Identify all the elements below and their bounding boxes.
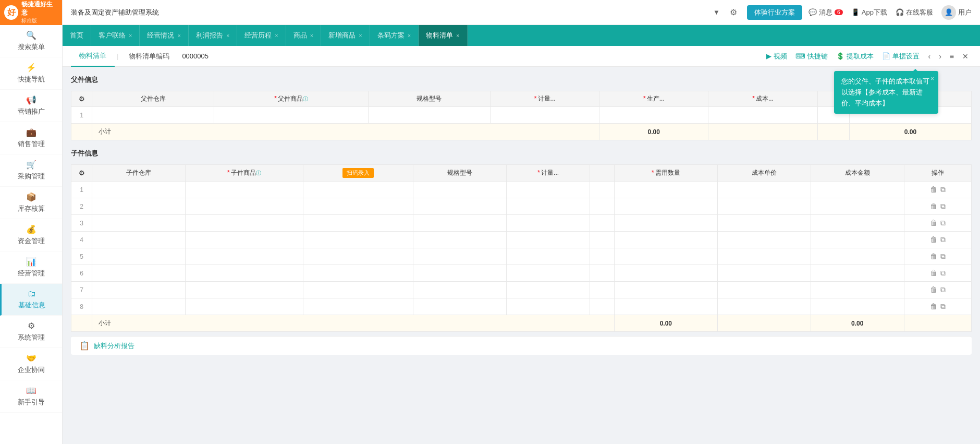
child-row-5-qty[interactable] bbox=[614, 248, 717, 265]
child-row-3-product[interactable] bbox=[185, 215, 303, 232]
child-row-6-qty[interactable] bbox=[614, 265, 717, 282]
user-btn[interactable]: 👤 用户 bbox=[941, 5, 972, 20]
sidebar-item-sales[interactable]: 💼销售管理 bbox=[0, 122, 62, 154]
sidebar-item-inventory[interactable]: 📦库存核算 bbox=[0, 187, 62, 219]
child-row-7-amount[interactable] bbox=[811, 282, 904, 298]
nav-tab-close-4[interactable]: × bbox=[275, 32, 278, 39]
child-row-4-copy-icon[interactable]: ⧉ bbox=[940, 235, 946, 244]
settings-icon[interactable]: ⚙ bbox=[726, 5, 741, 20]
child-row-1-spec[interactable] bbox=[413, 182, 507, 198]
child-row-4-amount[interactable] bbox=[811, 232, 904, 248]
child-row-4-qty[interactable] bbox=[614, 232, 717, 248]
child-row-6-unit-cost[interactable] bbox=[717, 265, 811, 282]
gear-icon[interactable]: ⚙ bbox=[79, 95, 85, 103]
prev-btn[interactable]: ‹ bbox=[925, 51, 934, 62]
child-row-8-product[interactable] bbox=[185, 298, 303, 315]
sidebar-item-marketing[interactable]: 📢营销推广 bbox=[0, 90, 62, 122]
child-row-3-spec[interactable] bbox=[413, 215, 507, 232]
cost-btn[interactable]: 💲 提取成本 bbox=[833, 51, 877, 62]
child-row-7-qty[interactable] bbox=[614, 282, 717, 298]
child-row-1-qty[interactable] bbox=[614, 182, 717, 198]
child-row-2-spec[interactable] bbox=[413, 198, 507, 215]
child-row-4-warehouse[interactable] bbox=[92, 232, 186, 248]
child-row-8-delete-icon[interactable]: 🗑 bbox=[930, 302, 937, 311]
child-row-3-qty[interactable] bbox=[614, 215, 717, 232]
child-row-6-unit[interactable] bbox=[507, 265, 590, 282]
bottom-bar-text[interactable]: 缺料分析报告 bbox=[94, 341, 134, 351]
nav-tab-close-8[interactable]: × bbox=[456, 32, 459, 39]
child-row-8-warehouse[interactable] bbox=[92, 298, 186, 315]
sidebar-item-system[interactable]: ⚙系统管理 bbox=[0, 316, 62, 348]
nav-tab-2[interactable]: 经营情况 × bbox=[140, 25, 188, 46]
nav-tab-close-2[interactable]: × bbox=[177, 32, 180, 39]
child-row-5-product[interactable] bbox=[185, 248, 303, 265]
child-row-7-copy-icon[interactable]: ⧉ bbox=[940, 285, 946, 294]
sidebar-item-finance[interactable]: 💰资金管理 bbox=[0, 219, 62, 251]
child-row-8-amount[interactable] bbox=[811, 298, 904, 315]
menu-btn[interactable]: ≡ bbox=[947, 51, 957, 62]
child-row-6-copy-icon[interactable]: ⧉ bbox=[940, 269, 946, 278]
child-row-7-unit-cost[interactable] bbox=[717, 282, 811, 298]
child-row-2-unit-cost[interactable] bbox=[717, 198, 811, 215]
sidebar-item-basic-info[interactable]: 🗂基础信息 bbox=[0, 284, 62, 316]
child-row-5-delete-icon[interactable]: 🗑 bbox=[930, 252, 937, 261]
child-row-3-delete-icon[interactable]: 🗑 bbox=[930, 219, 937, 227]
nav-tab-5[interactable]: 商品 × bbox=[286, 25, 321, 46]
child-row-1-warehouse[interactable] bbox=[92, 182, 186, 198]
child-row-7-delete-icon[interactable]: 🗑 bbox=[930, 285, 937, 294]
child-row-5-warehouse[interactable] bbox=[92, 248, 186, 265]
nav-tab-close-3[interactable]: × bbox=[226, 32, 229, 39]
child-row-2-copy-icon[interactable]: ⧉ bbox=[940, 202, 946, 211]
child-row-5-unit-cost[interactable] bbox=[717, 248, 811, 265]
parent-row-1-product[interactable] bbox=[214, 107, 369, 124]
parent-row-1-spec[interactable] bbox=[368, 107, 490, 124]
child-row-6-delete-icon[interactable]: 🗑 bbox=[930, 269, 937, 278]
child-row-2-delete-icon[interactable]: 🗑 bbox=[930, 202, 937, 211]
child-row-1-amount[interactable] bbox=[811, 182, 904, 198]
single-settings-btn[interactable]: 📄 单据设置 bbox=[879, 51, 923, 62]
child-row-7-spec[interactable] bbox=[413, 282, 507, 298]
sidebar-item-guide[interactable]: 📖新手引导 bbox=[0, 380, 62, 413]
close-page-btn[interactable]: ✕ bbox=[959, 51, 972, 62]
online-service-btn[interactable]: 🎧 在线客服 bbox=[896, 8, 933, 17]
parent-col-gear[interactable]: ⚙ bbox=[71, 91, 92, 107]
child-row-1-delete-icon[interactable]: 🗑 bbox=[930, 185, 937, 194]
child-row-2-amount[interactable] bbox=[811, 198, 904, 215]
child-row-2-product[interactable] bbox=[185, 198, 303, 215]
trial-button[interactable]: 体验行业方案 bbox=[747, 5, 802, 20]
child-row-7-product[interactable] bbox=[185, 282, 303, 298]
nav-tab-6[interactable]: 新增商品 × bbox=[321, 25, 370, 46]
message-btn[interactable]: 💬 消息 6 bbox=[808, 8, 843, 17]
topbar-dropdown-icon[interactable]: ▼ bbox=[713, 8, 720, 16]
child-row-8-qty[interactable] bbox=[614, 298, 717, 315]
child-row-5-amount[interactable] bbox=[811, 248, 904, 265]
child-row-5-copy-icon[interactable]: ⧉ bbox=[940, 252, 946, 261]
child-col-scan[interactable]: 扫码录入 bbox=[303, 165, 413, 182]
child-row-6-spec[interactable] bbox=[413, 265, 507, 282]
sub-tab-bill-of-materials[interactable]: 物料清单 bbox=[71, 46, 115, 67]
nav-tab-3[interactable]: 利润报告 × bbox=[189, 25, 237, 46]
app-download-btn[interactable]: 📱 App下载 bbox=[851, 8, 887, 17]
child-row-4-product[interactable] bbox=[185, 232, 303, 248]
nav-tab-close-1[interactable]: × bbox=[129, 32, 132, 39]
child-row-2-qty[interactable] bbox=[614, 198, 717, 215]
child-row-6-amount[interactable] bbox=[811, 265, 904, 282]
nav-tab-close-7[interactable]: × bbox=[408, 32, 411, 39]
child-row-2-unit[interactable] bbox=[507, 198, 590, 215]
next-btn[interactable]: › bbox=[936, 51, 945, 62]
child-row-5-spec[interactable] bbox=[413, 248, 507, 265]
parent-row-1-unit[interactable] bbox=[490, 107, 599, 124]
child-row-3-amount[interactable] bbox=[811, 215, 904, 232]
video-btn[interactable]: ▶ 视频 bbox=[763, 51, 790, 62]
child-row-1-copy-icon[interactable]: ⧉ bbox=[940, 185, 946, 194]
sidebar-item-purchase[interactable]: 🛒采购管理 bbox=[0, 154, 62, 187]
child-row-7-warehouse[interactable] bbox=[92, 282, 186, 298]
child-row-3-warehouse[interactable] bbox=[92, 215, 186, 232]
child-row-4-spec[interactable] bbox=[413, 232, 507, 248]
child-row-8-unit[interactable] bbox=[507, 298, 590, 315]
parent-row-1-warehouse[interactable] bbox=[92, 107, 214, 124]
sidebar-item-enterprise[interactable]: 🤝企业协同 bbox=[0, 348, 62, 380]
child-row-5-unit[interactable] bbox=[507, 248, 590, 265]
child-row-2-warehouse[interactable] bbox=[92, 198, 186, 215]
nav-tab-close-6[interactable]: × bbox=[359, 32, 362, 39]
